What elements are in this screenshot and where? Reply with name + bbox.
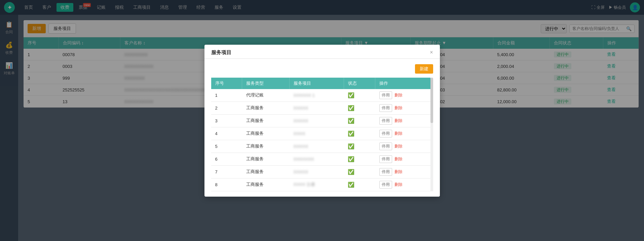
status-check-icon: ✅ — [348, 156, 354, 162]
service-cell-type: 代理记账 — [242, 89, 290, 102]
stop-button[interactable]: 停用 — [379, 143, 392, 150]
status-check-icon: ✅ — [348, 182, 354, 188]
delete-button[interactable]: 删除 — [394, 118, 403, 124]
modal-toolbar: 新建 — [211, 64, 433, 74]
service-cell-action[interactable]: 停用 删除 — [375, 165, 433, 178]
service-cell-item: XXXXXXX — [290, 153, 344, 165]
delete-button[interactable]: 删除 — [394, 105, 403, 111]
stop-button[interactable]: 停用 — [379, 130, 392, 137]
service-cell-status: ✅ — [344, 102, 375, 114]
list-item: 7 工商服务 XXXXX ✅ 停用 删除 — [211, 165, 433, 178]
service-cell-type: 工商服务 — [242, 114, 290, 127]
delete-button[interactable]: 删除 — [394, 156, 403, 162]
service-cell-type: 工商服务 — [242, 102, 290, 114]
modal-header: 服务项目 × — [204, 45, 440, 59]
service-cell-action[interactable]: 停用 删除 — [375, 102, 433, 114]
service-cell-seq: 6 — [211, 153, 242, 165]
service-cell-status: ✅ — [344, 178, 375, 191]
scrollbar-thumb[interactable] — [430, 78, 433, 123]
service-cell-item: XXXXX — [290, 102, 344, 114]
modal-close-button[interactable]: × — [430, 49, 433, 55]
service-cell-action[interactable]: 停用 删除 — [375, 178, 433, 191]
service-cell-status: ✅ — [344, 127, 375, 140]
status-check-icon: ✅ — [348, 144, 354, 149]
service-col-status: 状态 — [344, 78, 375, 89]
service-cell-action[interactable]: 停用 删除 — [375, 153, 433, 165]
service-cell-type: 工商服务 — [242, 140, 290, 153]
service-cell-status: ✅ — [344, 114, 375, 127]
service-cell-item: XXXXX — [290, 165, 344, 178]
list-item: 4 工商服务 XXXX ✅ 停用 删除 — [211, 127, 433, 140]
list-item: 6 工商服务 XXXXXXX ✅ 停用 删除 — [211, 153, 433, 165]
list-item: 5 工商服务 XXXXX ✅ 停用 删除 — [211, 140, 433, 153]
service-cell-seq: 1 — [211, 89, 242, 102]
delete-button[interactable]: 删除 — [394, 92, 403, 98]
service-cell-type: 工商服务 — [242, 127, 290, 140]
service-col-seq: 序号 — [211, 78, 242, 89]
service-cell-item: XXXX 注册 — [290, 178, 344, 191]
service-cell-seq: 5 — [211, 140, 242, 153]
delete-button[interactable]: 删除 — [394, 169, 403, 175]
service-cell-item: XXXX — [290, 127, 344, 140]
status-check-icon: ✅ — [348, 169, 354, 175]
status-check-icon: ✅ — [348, 118, 354, 124]
status-check-icon: ✅ — [348, 92, 354, 98]
stop-button[interactable]: 停用 — [379, 117, 392, 125]
list-item: 8 工商服务 XXXX 注册 ✅ 停用 删除 — [211, 178, 433, 191]
modal-overlay[interactable]: 服务项目 × 新建 序号 服务类型 服务项目 状态 操作 — [0, 0, 644, 241]
list-item: 1 代理记账 XXXXXX 1 ✅ 停用 删除 — [211, 89, 433, 102]
service-table-header-row: 序号 服务类型 服务项目 状态 操作 — [211, 78, 433, 89]
service-cell-seq: 4 — [211, 127, 242, 140]
service-modal: 服务项目 × 新建 序号 服务类型 服务项目 状态 操作 — [204, 45, 440, 197]
service-cell-type: 工商服务 — [242, 153, 290, 165]
service-cell-item: XXXXXX 1 — [290, 89, 344, 102]
service-cell-status: ✅ — [344, 140, 375, 153]
delete-button[interactable]: 删除 — [394, 131, 403, 136]
modal-title: 服务项目 — [211, 49, 231, 56]
service-cell-status: ✅ — [344, 165, 375, 178]
stop-button[interactable]: 停用 — [379, 104, 392, 112]
service-col-action: 操作 — [375, 78, 433, 89]
service-cell-action[interactable]: 停用 删除 — [375, 140, 433, 153]
service-cell-type: 工商服务 — [242, 178, 290, 191]
new-service-button[interactable]: 新建 — [415, 64, 433, 74]
service-cell-seq: 7 — [211, 165, 242, 178]
delete-button[interactable]: 删除 — [394, 144, 403, 149]
service-cell-action[interactable]: 停用 删除 — [375, 114, 433, 127]
modal-body: 新建 序号 服务类型 服务项目 状态 操作 1 代理记账 — [204, 59, 440, 197]
service-cell-action[interactable]: 停用 删除 — [375, 89, 433, 102]
service-cell-type: 工商服务 — [242, 165, 290, 178]
stop-button[interactable]: 停用 — [379, 168, 392, 176]
service-cell-item: XXXXX — [290, 140, 344, 153]
stop-button[interactable]: 停用 — [379, 91, 392, 99]
list-item: 3 工商服务 XXXXX ✅ 停用 删除 — [211, 114, 433, 127]
service-cell-seq: 8 — [211, 178, 242, 191]
service-cell-seq: 2 — [211, 102, 242, 114]
scrollbar-track — [430, 78, 433, 191]
service-cell-seq: 3 — [211, 114, 242, 127]
service-col-type: 服务类型 — [242, 78, 290, 89]
delete-button[interactable]: 删除 — [394, 182, 403, 188]
service-col-item: 服务项目 — [290, 78, 344, 89]
status-check-icon: ✅ — [348, 131, 354, 136]
stop-button[interactable]: 停用 — [379, 181, 392, 189]
service-cell-status: ✅ — [344, 153, 375, 165]
stop-button[interactable]: 停用 — [379, 155, 392, 163]
service-cell-status: ✅ — [344, 89, 375, 102]
status-check-icon: ✅ — [348, 105, 354, 111]
service-cell-item: XXXXX — [290, 114, 344, 127]
service-cell-action[interactable]: 停用 删除 — [375, 127, 433, 140]
list-item: 2 工商服务 XXXXX ✅ 停用 删除 — [211, 102, 433, 114]
service-table: 序号 服务类型 服务项目 状态 操作 1 代理记账 XXXXXX 1 ✅ 停用 … — [211, 78, 433, 191]
